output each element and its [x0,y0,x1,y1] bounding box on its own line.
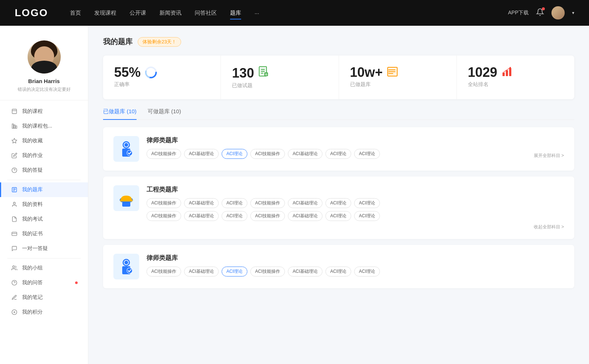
user-dropdown-arrow[interactable]: ▾ [572,10,574,15]
exam-icon [11,216,18,222]
sidebar: Brian Harris 错误的决定比没有决定要好 我的课程 我的课程包... [0,26,88,364]
tag[interactable]: ACI理论 [325,267,351,276]
qbank-tags-container: ACI技能操作 ACI基础理论 ACI理论 ACI技能操作 ACI基础理论 AC… [147,149,564,159]
certificate-icon [11,231,18,237]
nav-home[interactable]: 首页 [70,8,81,18]
sidebar-item-homework[interactable]: 我的作业 [0,148,88,163]
tag[interactable]: ACI技能操作 [250,198,285,208]
tag[interactable]: ACI理论 [354,211,380,221]
qbank-card-inner: 律师类题库 ACI技能操作 ACI基础理论 ACI理论 ACI技能操作 ACI基… [113,254,564,279]
tag[interactable]: ACI基础理论 [288,149,322,159]
tag[interactable]: ACI理论 [222,211,247,221]
svg-point-56 [124,261,128,264]
nav-more[interactable]: ··· [254,8,259,18]
engineer-icon [117,189,135,207]
svg-point-43 [509,67,511,68]
sidebar-item-my-qa[interactable]: 我的问答 [0,275,88,290]
sidebar-item-label: 我的作业 [22,152,43,159]
sidebar-item-my-answers[interactable]: 我的答疑 [0,163,88,178]
sidebar-item-certificate[interactable]: 我的证书 [0,226,88,241]
tag[interactable]: ACI理论 [354,267,380,276]
tag[interactable]: ACI基础理论 [184,149,219,159]
tag[interactable]: ACI技能操作 [147,149,181,159]
qbank-card-lawyer-2: 律师类题库 ACI技能操作 ACI基础理论 ACI理论 ACI技能操作 ACI基… [103,245,574,288]
tag[interactable]: ACI技能操作 [147,211,181,221]
tag[interactable]: ACI技能操作 [250,149,285,159]
tag[interactable]: ACI技能操作 [147,267,181,276]
sidebar-profile: Brian Harris 错误的决定比没有决定要好 [0,37,88,100]
points-icon [11,309,18,315]
tag-active[interactable]: ACI理论 [222,149,247,159]
homework-icon [11,152,18,159]
nav-open-course[interactable]: 公开课 [130,8,146,18]
sidebar-item-points[interactable]: 我的积分 [0,305,88,320]
tag[interactable]: ACI基础理论 [184,211,219,221]
sidebar-item-course-pack[interactable]: 我的课程包... [0,119,88,133]
qbank-engineer-icon-wrap [113,185,139,211]
qbank-lawyer-icon-wrap [113,136,139,162]
tag[interactable]: ACI基础理论 [288,267,322,276]
expand-link[interactable]: 展开全部科目 > [534,153,564,159]
qbank-lawyer2-icon-wrap [113,254,139,279]
user-avatar[interactable] [551,6,565,19]
nav-question-bank[interactable]: 题库 [230,8,241,18]
stat-accuracy: 55% 正确率 [103,56,221,99]
stat-questions-label: 已做试题 [232,82,327,89]
sidebar-item-label: 我的资料 [22,201,43,208]
svg-marker-5 [12,138,17,143]
notification-bell[interactable] [536,8,544,18]
tag[interactable]: ACI基础理论 [184,267,219,276]
sidebar-item-my-course[interactable]: 我的课程 [0,104,88,119]
qbank-name: 工程类题库 [147,185,564,194]
svg-rect-52 [122,202,130,207]
tag[interactable]: ACI理论 [325,211,351,221]
sidebar-item-profile[interactable]: 我的资料 [0,197,88,212]
tag[interactable]: ACI理论 [325,149,351,159]
svg-point-38 [388,71,389,72]
tag[interactable]: ACI理论 [354,198,380,208]
svg-rect-41 [506,70,508,76]
collapse-link[interactable]: 收起全部科目 > [147,224,564,230]
tag[interactable]: ACI技能操作 [250,211,285,221]
page-title: 我的题库 [103,37,133,47]
qbank-card-lawyer-1: 律师类题库 ACI技能操作 ACI基础理论 ACI理论 ACI技能操作 ACI基… [103,127,574,171]
stat-value-row: 1029 [468,66,563,79]
tag[interactable]: ACI基础理论 [184,198,219,208]
stats-row: 55% 正确率 130 [103,56,574,99]
nav-news[interactable]: 新闻资讯 [159,8,181,18]
sidebar-item-label: 一对一答疑 [22,245,48,252]
tag[interactable]: ACI理论 [222,198,247,208]
sidebar-item-favorites[interactable]: 我的收藏 [0,133,88,148]
sidebar-item-notes[interactable]: 我的笔记 [0,290,88,305]
stat-value-row: 130 [232,66,327,80]
tag-active[interactable]: ACI理论 [222,267,247,276]
app-download-link[interactable]: APP下载 [508,10,529,16]
course-pack-icon [11,123,18,129]
tag[interactable]: ACI理论 [354,149,380,159]
nav-discover[interactable]: 发现课程 [94,8,116,18]
tag[interactable]: ACI基础理论 [288,211,322,221]
tag[interactable]: ACI技能操作 [250,267,285,276]
sidebar-item-group[interactable]: 我的小组 [0,261,88,275]
tag[interactable]: ACI技能操作 [147,198,181,208]
stat-rank-label: 全站排名 [468,81,563,88]
one-on-one-icon [11,245,18,252]
logo: LOGO [15,7,48,19]
sidebar-item-one-on-one[interactable]: 一对一答疑 [0,241,88,256]
tag[interactable]: ACI理论 [325,198,351,208]
tab-done[interactable]: 已做题库 (10) [103,108,137,119]
nav-qa[interactable]: 问答社区 [195,8,217,18]
svg-point-15 [13,266,14,268]
sidebar-item-label: 我的收藏 [22,138,43,144]
my-qa-icon [11,279,18,286]
tab-todo[interactable]: 可做题库 (10) [148,108,181,119]
sidebar-username: Brian Harris [28,78,60,84]
sidebar-item-question-bank[interactable]: 我的题库 [0,182,88,197]
avatar [28,40,61,74]
sidebar-item-exam[interactable]: 我的考试 [0,212,88,226]
stat-value-row: 55% [114,66,209,79]
tag[interactable]: ACI基础理论 [288,198,322,208]
svg-point-47 [124,143,128,147]
stat-banks-label: 已做题库 [350,81,445,88]
qbank-card-engineer-1: 工程类题库 ACI技能操作 ACI基础理论 ACI理论 ACI技能操作 ACI基… [103,176,574,239]
